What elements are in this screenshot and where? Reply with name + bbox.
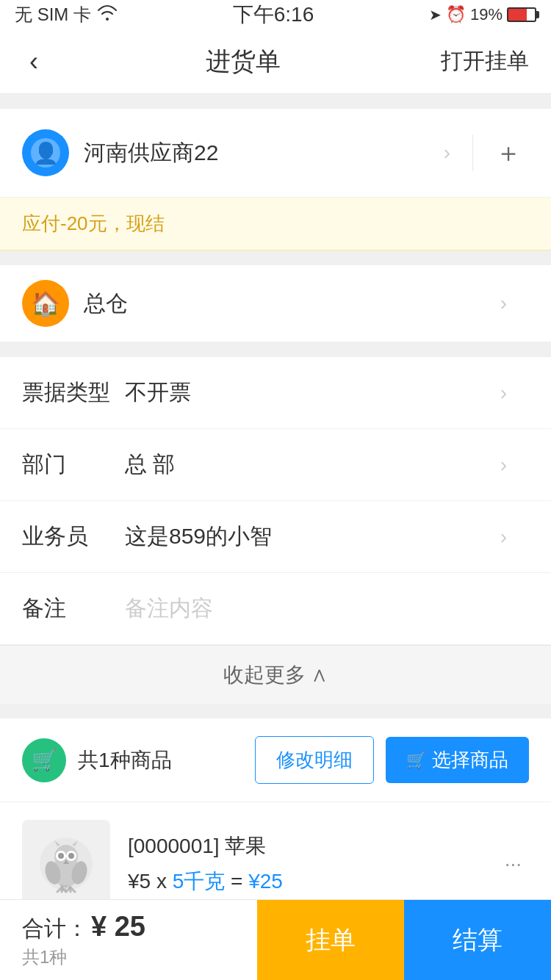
supplier-avatar: 👤	[22, 129, 69, 176]
supplier-row[interactable]: 👤 河南供应商22 › ＋	[0, 109, 551, 198]
carrier-label: 无 SIM 卡	[15, 3, 91, 26]
chevron-right-icon: ›	[444, 141, 450, 165]
remark-label: 备注	[22, 594, 125, 624]
status-right: ➤ ⏰ 19%	[429, 5, 536, 24]
product-count: 共1种商品	[78, 746, 255, 774]
total-label-row: 合计： ¥ 25	[22, 911, 235, 944]
warehouse-card: 🏠 总仓 ›	[0, 265, 551, 342]
warehouse-row[interactable]: 🏠 总仓 ›	[0, 265, 551, 342]
product-price: ¥5	[128, 870, 151, 893]
section-gap-3	[0, 342, 551, 357]
svg-point-6	[68, 853, 74, 859]
product-header: 🛒 共1种商品 修改明细 🛒 选择商品	[0, 718, 551, 802]
battery-label: 19%	[470, 5, 503, 24]
product-total: ¥25	[248, 870, 283, 893]
warehouse-name: 总仓	[84, 289, 500, 319]
warehouse-icon: 🏠	[31, 289, 60, 317]
product-name: [0000001] 苹果	[128, 832, 480, 860]
total-sub-label: 共1种	[22, 945, 235, 969]
svg-text:智+: 智+	[60, 884, 72, 892]
battery-icon	[507, 7, 536, 22]
dept-row[interactable]: 部门 总 部 ›	[0, 429, 551, 501]
dept-chevron-icon: ›	[500, 453, 507, 477]
location-icon: ➤	[429, 6, 442, 24]
product-icon-wrap: 🛒	[22, 738, 66, 782]
form-card: 票据类型 不开票 › 部门 总 部 › 业务员 这是859的小智 › 备注 备注…	[0, 357, 551, 704]
svg-point-5	[58, 853, 64, 859]
product-card: 🛒 共1种商品 修改明细 🛒 选择商品	[0, 718, 551, 926]
total-amount: ¥ 25	[91, 911, 145, 943]
section-gap-4	[0, 704, 551, 718]
sales-row[interactable]: 业务员 这是859的小智 ›	[0, 501, 551, 573]
select-btn-label: 选择商品	[432, 747, 508, 773]
sales-label: 业务员	[22, 522, 125, 552]
wifi-icon	[97, 4, 118, 25]
product-cart-icon: 🛒	[32, 748, 57, 772]
status-left: 无 SIM 卡	[15, 3, 118, 26]
invoice-label: 票据类型	[22, 378, 125, 408]
hang-button[interactable]: 挂单	[257, 900, 404, 980]
product-x: x	[156, 870, 173, 893]
section-gap-1	[0, 94, 551, 109]
warehouse-icon-wrap: 🏠	[22, 280, 69, 327]
person-icon: 👤	[33, 141, 59, 165]
edit-detail-button[interactable]: 修改明细	[255, 736, 374, 784]
vertical-divider	[472, 134, 473, 171]
invoice-value: 不开票	[125, 378, 500, 408]
dept-label: 部门	[22, 450, 125, 480]
supplier-card: 👤 河南供应商22 › ＋ 应付-20元，现结	[0, 109, 551, 251]
collapse-bar[interactable]: 收起更多 ∧	[0, 645, 551, 704]
avatar-inner: 👤	[31, 138, 60, 167]
dept-value: 总 部	[125, 450, 500, 480]
product-info: [0000001] 苹果 ¥5 x 5千克 = ¥25	[128, 832, 480, 896]
invoice-row[interactable]: 票据类型 不开票 ›	[0, 357, 551, 429]
remark-row[interactable]: 备注 备注内容	[0, 573, 551, 645]
notice-bar: 应付-20元，现结	[0, 198, 551, 251]
select-icon: 🛒	[406, 751, 426, 770]
add-button[interactable]: ＋	[488, 132, 529, 173]
sales-value: 这是859的小智	[125, 522, 500, 552]
warehouse-chevron-icon: ›	[500, 292, 507, 315]
more-options-button[interactable]: ···	[497, 845, 529, 883]
remark-input[interactable]: 备注内容	[125, 594, 529, 624]
bottom-bar: 合计： ¥ 25 共1种 挂单 结算	[0, 899, 551, 980]
total-text: 合计：	[22, 914, 88, 944]
status-time: 下午6:16	[233, 1, 314, 29]
open-hang-button[interactable]: 打开挂单	[441, 46, 529, 76]
nav-bar: ‹ 进货单 打开挂单	[0, 29, 551, 94]
page-title: 进货单	[206, 45, 281, 79]
supplier-name: 河南供应商22	[84, 138, 444, 168]
owl-logo-svg: 智+	[37, 835, 96, 893]
status-bar: 无 SIM 卡 下午6:16 ➤ ⏰ 19%	[0, 0, 551, 29]
back-button[interactable]: ‹	[22, 39, 46, 84]
total-section: 合计： ¥ 25 共1种	[0, 900, 257, 980]
sales-chevron-icon: ›	[500, 525, 507, 549]
product-apple: 苹果	[225, 835, 266, 857]
product-qty: 5千克	[173, 870, 226, 893]
product-eq: =	[231, 870, 248, 893]
settle-button[interactable]: 结算	[404, 900, 551, 980]
select-product-button[interactable]: 🛒 选择商品	[386, 737, 529, 783]
alarm-icon: ⏰	[446, 5, 466, 24]
product-calc: ¥5 x 5千克 = ¥25	[128, 868, 480, 896]
product-thumbnail: 智+	[22, 820, 110, 908]
section-gap-2	[0, 251, 551, 265]
invoice-chevron-icon: ›	[500, 381, 507, 405]
product-code: [0000001]	[128, 835, 220, 857]
